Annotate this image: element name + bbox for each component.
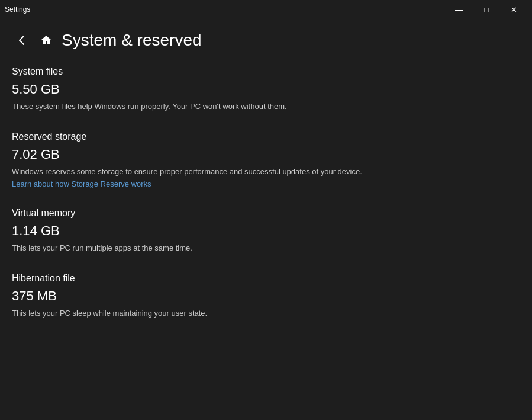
section-title-reserved-storage: Reserved storage xyxy=(12,132,520,142)
title-bar-title: Settings xyxy=(5,5,30,14)
close-button[interactable]: ✕ xyxy=(500,0,527,19)
minimize-button[interactable]: — xyxy=(446,0,473,19)
page-title: System & reserved xyxy=(62,31,202,50)
title-bar-left: Settings xyxy=(5,5,30,14)
section-description-hibernation-file: This lets your PC sleep while maintainin… xyxy=(12,307,396,319)
section-size-virtual-memory: 1.14 GB xyxy=(12,223,520,239)
section-size-reserved-storage: 7.02 GB xyxy=(12,147,520,162)
page-header: System & reserved xyxy=(12,31,520,50)
section-system-files: System files 5.50 GB These system files … xyxy=(12,66,520,113)
section-title-system-files: System files xyxy=(12,66,520,77)
section-size-hibernation-file: 375 MB xyxy=(12,288,520,304)
section-link-reserved-storage[interactable]: Learn about how Storage Reserve works xyxy=(12,179,151,188)
home-icon xyxy=(40,34,52,46)
section-description-virtual-memory: This lets your PC run multiple apps at t… xyxy=(12,242,396,254)
section-reserved-storage: Reserved storage 7.02 GB Windows reserve… xyxy=(12,132,520,190)
sections-container: System files 5.50 GB These system files … xyxy=(12,66,520,319)
title-bar-controls: — □ ✕ xyxy=(446,0,527,19)
maximize-icon: □ xyxy=(484,5,489,14)
main-content: System & reserved System files 5.50 GB T… xyxy=(0,19,532,350)
section-description-system-files: These system files help Windows run prop… xyxy=(12,101,396,113)
title-bar: Settings — □ ✕ xyxy=(0,0,532,19)
section-title-hibernation-file: Hibernation file xyxy=(12,273,520,284)
back-button[interactable] xyxy=(12,31,31,50)
section-description-reserved-storage: Windows reserves some storage to ensure … xyxy=(12,166,396,178)
section-title-virtual-memory: Virtual memory xyxy=(12,208,520,219)
section-size-system-files: 5.50 GB xyxy=(12,82,520,97)
minimize-icon: — xyxy=(455,5,463,14)
back-arrow-icon xyxy=(18,35,25,46)
section-hibernation-file: Hibernation file 375 MB This lets your P… xyxy=(12,273,520,319)
close-icon: ✕ xyxy=(511,5,517,14)
section-virtual-memory: Virtual memory 1.14 GB This lets your PC… xyxy=(12,208,520,254)
maximize-button[interactable]: □ xyxy=(473,0,500,19)
